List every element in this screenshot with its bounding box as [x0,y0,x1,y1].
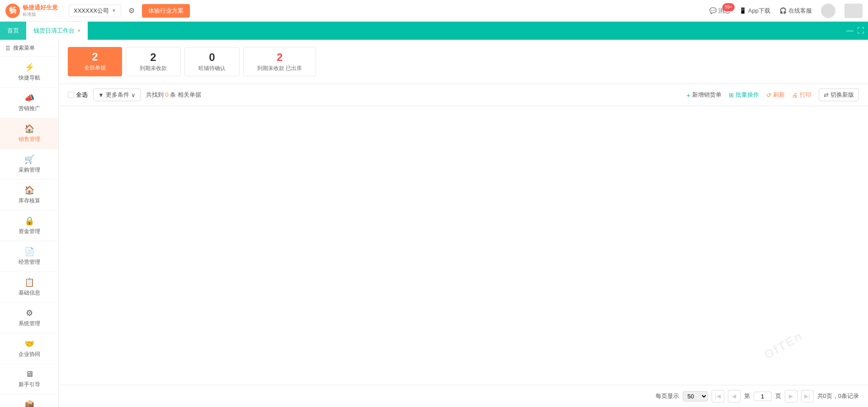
sidebar-item-inventory[interactable]: 🏠 库存核算 [0,180,58,211]
sidebar-item-guide[interactable]: 🖥 新手引导 [0,364,58,394]
operation-label: 经营管理 [19,258,40,266]
message-icon: 💬 [709,7,717,14]
marketing-label: 营销推广 [19,105,40,112]
toolbar: 全选 ▼ 更多条件 ∨ 共找到 0 条 相关单据 + 新增销货单 ⊞ [59,84,868,106]
guide-icon: 🖥 [25,370,33,379]
online-service-icon: 🎧 [779,7,787,14]
select-all-checkbox[interactable]: 全选 [68,91,88,99]
inventory-icon: 🏠 [24,185,34,195]
prev-page-btn[interactable]: ◀ [728,390,741,402]
card-shipped-number: 2 [277,51,283,64]
sidebar-item-basic-info[interactable]: 📋 基础信息 [0,272,58,303]
basic-info-icon: 📋 [24,277,34,287]
card-shipped[interactable]: 2 到期未收款 已出库 [243,47,316,76]
app-center-icon: 📦 [24,400,34,407]
filter-icon: ▼ [98,92,104,98]
app-download-item[interactable]: 📱 App下载 [739,7,770,15]
sidebar-item-purchase[interactable]: 🛒 采购管理 [0,149,58,180]
card-all-label: 全部单据 [84,64,106,72]
new-sale-button[interactable]: + 新增销货单 [686,91,722,99]
new-sale-label: 新增销货单 [692,91,722,99]
filter-arrow-icon: ∨ [131,92,136,98]
sidebar-item-sales[interactable]: 🏠 销售管理 [0,118,58,149]
card-overdue-number: 2 [150,51,156,64]
tab-active-label: 钱货日清工作台 [33,27,75,35]
filter-label: 更多条件 [106,91,129,99]
avatar[interactable] [821,4,835,18]
tab-maximize-icon[interactable]: ⛶ [857,27,864,35]
basic-info-label: 基础信息 [19,289,40,297]
page-unit: 页 [775,392,781,400]
sidebar-item-finance[interactable]: 🔒 资金管理 [0,211,58,241]
company-name: XXXXXX公司 [74,7,109,15]
sidebar-search[interactable]: ☰ 搜索菜单 [0,40,58,57]
refresh-button[interactable]: ↺ 刷新 [766,91,785,99]
card-overdue[interactable]: 2 到期未收款 [126,47,181,76]
new-sale-plus-icon: + [686,91,690,99]
operation-icon: 📄 [24,247,34,257]
sidebar-item-quick-nav[interactable]: ⚡ 快捷导航 [0,57,58,88]
tab-home[interactable]: 首页 [0,22,26,40]
cooperation-label: 企业协同 [19,351,40,358]
select-all-label: 全选 [76,91,88,99]
inventory-label: 库存核算 [19,197,40,205]
card-all[interactable]: 2 全部单据 [68,47,122,76]
result-count: 0 [165,91,169,98]
search-icon: ☰ [5,45,10,51]
sidebar-item-operation[interactable]: 📄 经营管理 [0,241,58,272]
tab-minimize-icon[interactable]: — [846,27,854,35]
quick-nav-label: 快捷导航 [19,74,40,82]
card-pending-label: 旺辅待确认 [198,65,226,72]
print-button[interactable]: 🖨 打印 [792,91,811,99]
per-page-select[interactable]: 50 20 100 [683,391,708,402]
card-pending[interactable]: 0 旺辅待确认 [184,47,240,76]
user-menu[interactable] [844,4,863,18]
sidebar-item-cooperation[interactable]: 🤝 企业协同 [0,333,58,364]
refresh-label: 刷新 [773,91,785,99]
next-page-btn[interactable]: ▶ [785,390,797,402]
sidebar-item-marketing[interactable]: 📣 营销推广 [0,88,58,118]
summary-cards: 2 全部单据 2 到期未收款 0 旺辅待确认 2 到期未收款 已出库 [59,40,868,84]
result-prefix: 共找到 [146,91,164,98]
system-label: 系统管理 [19,320,40,327]
purchase-icon: 🛒 [24,154,34,164]
experience-button[interactable]: 体验行业方案 [142,4,190,18]
card-overdue-label: 到期未收款 [140,65,167,72]
batch-op-button[interactable]: ⊞ 批量操作 [729,91,759,99]
result-suffix: 相关单据 [178,91,201,98]
company-selector[interactable]: XXXXXX公司 ▼ [69,5,121,17]
switch-icon: ⇄ [824,92,829,98]
sales-icon: 🏠 [24,124,34,134]
sidebar-item-system[interactable]: ⚙ 系统管理 [0,303,58,333]
guide-label: 新手引导 [19,381,40,388]
per-page-label: 每页显示 [656,392,679,400]
switch-button[interactable]: ⇄ 切换新版 [819,89,859,101]
tab-active[interactable]: 钱货日清工作台 × [26,22,88,40]
top-header: 畅 畅捷通好生意 标准版 XXXXXX公司 ▼ ⚙ 体验行业方案 💬 消息 99… [0,0,868,22]
app-download-icon: 📱 [739,7,746,14]
checkbox-input[interactable] [68,92,74,98]
online-service-item[interactable]: 🎧 在线客服 [779,7,812,15]
message-item[interactable]: 💬 消息 99+ [709,7,730,15]
print-icon: 🖨 [792,92,798,98]
app-download-label: App下载 [748,7,770,15]
finance-icon: 🔒 [24,216,34,226]
sidebar-item-app-center[interactable]: 📦 应用中心 [0,394,58,407]
last-page-btn[interactable]: ▶| [801,390,814,402]
page-input[interactable] [754,392,772,401]
result-text: 共找到 0 条 相关单据 [146,91,201,99]
switch-label: 切换新版 [830,91,854,99]
card-all-number: 2 [92,51,98,63]
purchase-label: 采购管理 [19,166,40,174]
tab-home-label: 首页 [7,27,19,35]
refresh-icon: ↺ [766,92,771,98]
settings-icon[interactable]: ⚙ [125,4,138,18]
tab-close-icon[interactable]: × [77,28,80,34]
print-label: 打印 [800,91,811,99]
filter-button[interactable]: ▼ 更多条件 ∨ [93,89,141,101]
logo-main-title: 畅捷通好生意 [23,4,58,12]
first-page-btn[interactable]: |◀ [712,390,724,402]
logo-sub-title: 标准版 [23,11,58,17]
system-icon: ⚙ [26,308,33,318]
tab-bar-right: — ⛶ [846,27,868,35]
